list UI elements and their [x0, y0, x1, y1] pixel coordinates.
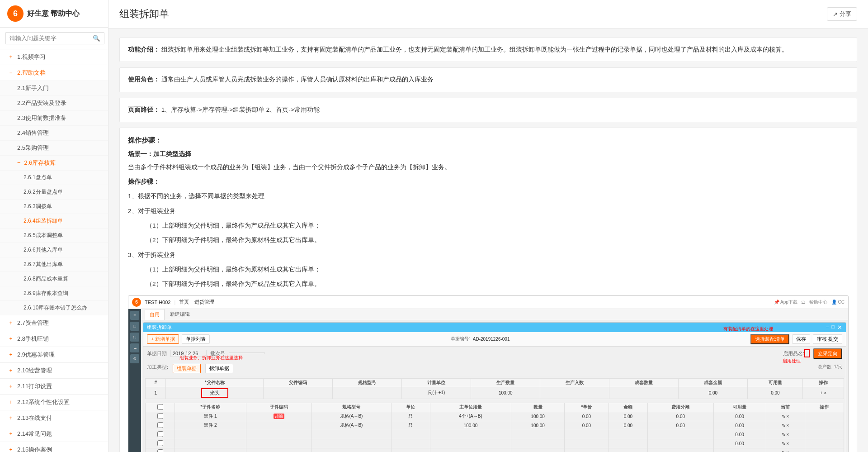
main-content: 功能介绍： 组装拆卸单用来处理企业组装或拆卸等加工业务，支持有固定装配清单的产品… [108, 29, 868, 452]
sidebar-item-faq[interactable]: + 2.14常见问题 [0, 426, 108, 442]
mock-assembly-type-btn[interactable]: 组装单据 [173, 364, 201, 373]
sidebar-item-other-in[interactable]: 2.6.6其他入库单 [0, 243, 108, 257]
sidebar-item-assembly[interactable]: 2.6.4组装拆卸单 [0, 214, 108, 228]
sidebar-item-cost-adjust[interactable]: 2.6.5成本调整单 [0, 228, 108, 243]
cd-del-1[interactable]: × [787, 414, 789, 419]
cd-unit-2: 只 [391, 421, 430, 430]
mock-enable-input[interactable] [804, 349, 810, 357]
row-check-4[interactable] [157, 440, 163, 446]
cd-code-1: 超编 [246, 412, 312, 421]
cd-edit-3[interactable]: ✎ [782, 432, 785, 437]
intro-label: 功能介绍： [128, 46, 160, 53]
cd-del-5[interactable]: × [787, 450, 789, 452]
row-check-1[interactable] [157, 413, 163, 419]
mock-save2-btn[interactable]: 立采定向 [813, 348, 842, 359]
sidebar-item-ops[interactable]: + 2.10经营管理 [0, 363, 108, 379]
sidebar-item-cost-recalc[interactable]: 2.6.8商品成本重算 [0, 272, 108, 286]
mock-min-btn[interactable]: − [826, 324, 829, 331]
check-all[interactable] [157, 404, 163, 410]
sidebar-item-cases[interactable]: + 2.15操作案例 [0, 442, 108, 452]
page-title: 组装拆卸单 [119, 7, 169, 21]
sidebar-item-print[interactable]: + 2.11打印设置 [0, 379, 108, 395]
mock-enable-label: 启用品名: [783, 351, 804, 356]
sidebar-item-partial-check[interactable]: 2.6.2分量盘点单 [0, 185, 108, 200]
step3-2: （2）下部明细为子件明细，最终作为产成品生成其它入库单。 [128, 279, 849, 290]
sidebar-item-data-prep[interactable]: 2.3使用前数据准备 [0, 111, 108, 126]
mock-tab-1[interactable]: 自用 [145, 309, 165, 320]
steps-section: 操作步骤： 场景一：加工类型选择 当由多个子件材料组装成一个成品的业务为【组装】… [119, 128, 857, 452]
sidebar-item-video[interactable]: + 1.视频学习 [0, 49, 108, 65]
td-del-icon[interactable]: × [824, 390, 827, 395]
mock-nav-item-2[interactable]: 进货管理 [194, 299, 214, 305]
role-block: 使用角色： 通常由生产人员或库管人员完成拆装业务的操作，库管人员确认原材料的出库… [119, 67, 857, 92]
mock-disassembly-type-btn[interactable]: 拆卸单据 [205, 364, 233, 373]
share-button[interactable]: ↗ 分享 [827, 7, 857, 21]
sidebar-item-finance[interactable]: + 2.7资金管理 [0, 315, 108, 331]
td-name-input[interactable]: 光头 [201, 388, 228, 398]
sidebar-item-coupon[interactable]: + 2.9优惠券管理 [0, 347, 108, 363]
plus-icon-6: + [7, 383, 14, 390]
sidebar-item-mobile[interactable]: + 2.8手机旺铺 [0, 331, 108, 347]
td-in-qty-1 [540, 387, 609, 399]
table-row: 0.00 ✎ × [146, 430, 844, 439]
sidebar-item-inventory[interactable]: − 2.6库存核算 [0, 156, 108, 171]
mock-add-btn[interactable]: + 新增单据 [147, 334, 179, 344]
mock-list-btn[interactable]: 单据列表 [182, 334, 210, 344]
mock-doc-no-label: 单据编号: [451, 336, 470, 342]
step2: 2、对于组装业务 [128, 206, 849, 217]
sidebar-item-ledger-fix[interactable]: 2.6.10库存账本错了怎么办 [0, 301, 108, 315]
sidebar-item-sales[interactable]: 2.4销售管理 [0, 126, 108, 141]
search-input[interactable] [5, 32, 89, 44]
mock-batch-value[interactable] [229, 352, 265, 354]
td-avail-1: 0.00 [748, 387, 803, 399]
cth-price: *单价 [564, 403, 609, 412]
mock-approve-btn[interactable]: 审核 提交 [813, 334, 842, 344]
mock-nav-item-1[interactable]: 首页 [179, 299, 189, 305]
sidebar-item-stock-check[interactable]: 2.6.1盘点单 [0, 171, 108, 185]
cd-avail-4: 0.00 [713, 439, 766, 448]
th-action: 操作 [803, 378, 844, 387]
td-add-icon[interactable]: + [820, 390, 823, 395]
cth-name: *子件名称 [175, 403, 246, 412]
sidebar-item-settings[interactable]: + 2.12系统个性化设置 [0, 395, 108, 410]
cd-edit-5[interactable]: ✎ [782, 450, 785, 452]
sidebar-item-purchase[interactable]: 2.5采购管理 [0, 141, 108, 156]
mock-tab-2[interactable]: 新建编辑 [165, 309, 194, 319]
row-check-5[interactable] [157, 449, 163, 452]
cd-qty-1: 100.00 [511, 412, 565, 421]
mock-save-btn[interactable]: 保存 [792, 334, 810, 344]
red-badge-1: 超编 [274, 414, 284, 419]
ops-title: 操作步骤： [128, 136, 849, 145]
mock-sidebar-mini: ≡ □ ↑↓ ☁ ⚙ [128, 309, 141, 452]
cd-curr-2: ✎ × [766, 421, 805, 430]
sidebar-item-beginner[interactable]: 2.1新手入门 [0, 81, 108, 96]
sidebar-item-other-out[interactable]: 2.6.7其他出库单 [0, 257, 108, 272]
cd-edit-4[interactable]: ✎ [782, 441, 785, 446]
enable-area: 启用品名: 启用处理 [783, 350, 810, 357]
sidebar-item-install[interactable]: 2.2产品安装及登录 [0, 96, 108, 111]
sidebar-item-ledger-query[interactable]: 2.6.9库存账本查询 [0, 286, 108, 301]
step2-2: （2）下部明细为子件明细，最终作为原材料生成其它出库单。 [128, 235, 849, 246]
mock-close-btn[interactable]: ✕ [837, 324, 842, 331]
mock-body: ≡ □ ↑↓ ☁ ⚙ 自用 [128, 309, 848, 452]
row-check-2[interactable] [157, 422, 163, 428]
cd-edit-2[interactable]: ✎ [782, 423, 785, 428]
cd-price-1: 0.00 [564, 412, 609, 421]
cd-main-2: 100.00 [430, 421, 511, 430]
plus-icon-2: + [7, 319, 14, 327]
td-amt-1: 0.00 [679, 387, 748, 399]
cd-del-2[interactable]: × [787, 423, 789, 428]
share-icon: ↗ [833, 11, 838, 18]
sidebar-item-docs[interactable]: − 2.帮助文档 [0, 65, 108, 81]
cd-del-3[interactable]: × [787, 432, 789, 437]
row-check-3[interactable] [157, 431, 163, 437]
search-button[interactable]: 🔍 [89, 32, 104, 44]
mock-max-btn[interactable]: □ [831, 324, 835, 331]
sidebar-item-transfer[interactable]: 2.6.3调拨单 [0, 200, 108, 214]
inventory-icon: − [17, 159, 21, 166]
cd-edit-1[interactable]: ✎ [782, 414, 785, 419]
cd-name-2: 黑件 2 [175, 421, 246, 430]
cd-del-4[interactable]: × [787, 441, 789, 446]
mock-assembly-btn[interactable]: 选择装配清单 [750, 334, 789, 344]
sidebar-item-payment[interactable]: + 2.13在线支付 [0, 410, 108, 426]
